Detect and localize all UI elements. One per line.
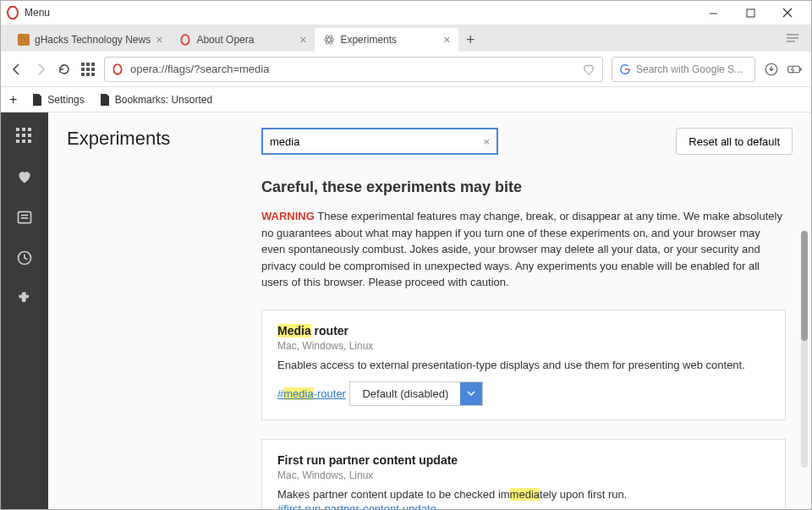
close-tab-icon[interactable]: × xyxy=(156,33,162,47)
warning-body: These experimental features may change, … xyxy=(261,210,782,288)
minimize-button[interactable] xyxy=(694,1,732,25)
extensions-sidebar-icon[interactable] xyxy=(16,290,33,307)
google-icon xyxy=(619,63,631,75)
clear-search-icon[interactable]: × xyxy=(483,135,490,148)
flag-link[interactable]: #media-router xyxy=(277,387,346,400)
flag-title: Media router xyxy=(277,324,770,337)
bookmark-label: Bookmarks: Unsorted xyxy=(115,94,212,106)
flag-select[interactable]: Default (disabled) xyxy=(349,381,483,406)
ghacks-favicon-icon xyxy=(18,34,30,46)
heart-icon[interactable] xyxy=(582,63,595,76)
chevron-down-icon xyxy=(460,382,482,405)
flag-description: Enables access to external presentation-… xyxy=(277,359,770,371)
reload-button[interactable] xyxy=(57,62,72,77)
new-tab-button[interactable]: + xyxy=(458,28,482,52)
tab-about-opera[interactable]: About Opera × xyxy=(171,28,315,52)
atom-favicon-icon xyxy=(323,34,335,46)
history-sidebar-icon[interactable] xyxy=(16,250,33,266)
forward-button[interactable] xyxy=(33,62,48,77)
tab-label: Experiments xyxy=(340,34,397,46)
flag-link[interactable]: #first-run-partner-content-update xyxy=(277,502,436,511)
flags-search-box[interactable]: × xyxy=(261,128,498,155)
tab-bar: gHacks Technology News × About Opera × E… xyxy=(1,25,811,52)
svg-rect-15 xyxy=(788,66,800,73)
tab-label: gHacks Technology News xyxy=(35,34,151,46)
svg-point-7 xyxy=(325,38,335,42)
svg-rect-16 xyxy=(800,68,802,70)
file-icon xyxy=(32,94,42,106)
bookmark-label: Settings xyxy=(47,94,84,106)
opera-logo-icon xyxy=(6,6,19,19)
unsorted-bookmark[interactable]: Bookmarks: Unsorted xyxy=(100,94,212,106)
main-area: Experiments × Reset all to default Caref… xyxy=(1,112,811,510)
warning-label: WARNING xyxy=(261,210,315,222)
scrollbar[interactable] xyxy=(801,231,808,468)
heart-sidebar-icon[interactable] xyxy=(16,168,33,185)
svg-point-0 xyxy=(8,7,18,19)
svg-point-13 xyxy=(113,64,121,74)
window-titlebar: Menu xyxy=(1,1,811,25)
flag-platforms: Mac, Windows, Linux xyxy=(277,469,770,481)
speed-dial-sidebar-icon[interactable] xyxy=(16,128,33,145)
close-window-button[interactable] xyxy=(769,1,806,25)
url-text: opera://flags/?search=media xyxy=(130,63,575,75)
flag-card: First run partner content update Mac, Wi… xyxy=(261,439,786,511)
left-sidebar xyxy=(1,112,48,510)
page-title: Experiments xyxy=(67,128,236,150)
maximize-button[interactable] xyxy=(732,1,769,25)
bookmarks-bar: + Settings Bookmarks: Unsorted xyxy=(1,87,811,112)
settings-bookmark[interactable]: Settings xyxy=(32,94,84,106)
window-title: Menu xyxy=(25,7,50,19)
close-tab-icon[interactable]: × xyxy=(299,33,306,47)
file-icon xyxy=(100,94,110,106)
reset-all-button[interactable]: Reset all to default xyxy=(676,128,793,155)
opera-url-icon xyxy=(112,63,123,75)
flag-select-value: Default (disabled) xyxy=(350,382,460,405)
tab-ghacks[interactable]: gHacks Technology News × xyxy=(9,28,171,52)
tab-experiments[interactable]: Experiments × xyxy=(315,28,458,52)
tab-menu-button[interactable] xyxy=(774,25,811,52)
svg-point-6 xyxy=(182,35,189,45)
flags-search-input[interactable] xyxy=(270,135,483,148)
add-bookmark-button[interactable]: + xyxy=(9,92,17,107)
battery-icon[interactable] xyxy=(787,62,803,77)
flag-description: Makes partner content update to be check… xyxy=(277,488,770,501)
svg-rect-5 xyxy=(18,34,30,46)
page-content: Experiments × Reset all to default Caref… xyxy=(48,112,811,510)
address-bar: opera://flags/?search=media Search with … xyxy=(1,52,811,87)
speed-dial-button[interactable] xyxy=(80,62,96,77)
flag-card: Media router Mac, Windows, Linux Enables… xyxy=(261,310,786,420)
opera-favicon-icon xyxy=(179,34,191,46)
url-field[interactable]: opera://flags/?search=media xyxy=(104,57,603,82)
flag-title: First run partner content update xyxy=(277,453,770,467)
close-tab-icon[interactable]: × xyxy=(443,33,450,47)
flag-platforms: Mac, Windows, Linux xyxy=(277,340,770,352)
search-field[interactable]: Search with Google S... xyxy=(612,57,755,82)
warning-heading: Careful, these experiments may bite xyxy=(261,178,786,196)
news-sidebar-icon[interactable] xyxy=(16,209,33,226)
search-placeholder: Search with Google S... xyxy=(636,63,743,75)
back-button[interactable] xyxy=(9,62,25,77)
svg-rect-2 xyxy=(747,9,754,17)
tab-label: About Opera xyxy=(196,34,254,46)
scrollbar-thumb[interactable] xyxy=(801,231,808,341)
downloads-button[interactable] xyxy=(764,62,779,77)
warning-text: WARNING These experimental features may … xyxy=(261,208,786,291)
